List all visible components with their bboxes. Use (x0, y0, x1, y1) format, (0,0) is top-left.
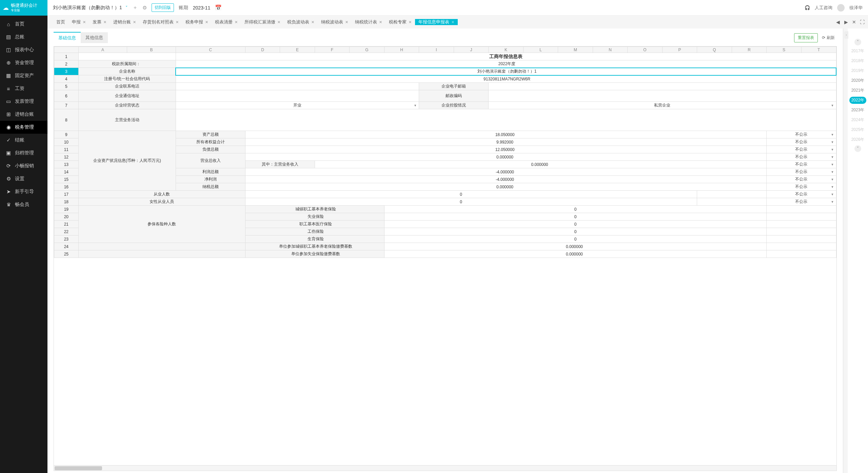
tab-4[interactable]: 存货别名对照表✕ (139, 19, 182, 25)
nav-item-0[interactable]: ⌂首页 (0, 18, 47, 31)
year-2019年: 2019年 (849, 67, 867, 74)
nav-item-7[interactable]: ⊞进销台账 (0, 108, 47, 121)
nav-item-8[interactable]: ◉税务管理 (0, 121, 47, 134)
year-2024年: 2024年 (849, 116, 867, 124)
nav-label: 设置 (15, 176, 24, 182)
year-2022年[interactable]: 2022年 (849, 97, 867, 104)
year-2021年[interactable]: 2021年 (849, 87, 867, 94)
tab-next-button[interactable]: ▶ (842, 19, 850, 25)
nav-item-1[interactable]: ▤总账 (0, 31, 47, 43)
nav-item-14[interactable]: ♛畅会员 (0, 198, 47, 211)
nav-list: ⌂首页▤总账◫报表中心⊕资金管理▦固定资产≡工资▭发票管理⊞进销台账◉税务管理✓… (0, 16, 47, 473)
close-icon[interactable]: ✕ (379, 20, 382, 24)
tab-7[interactable]: 所得税汇算清缴✕ (241, 19, 284, 25)
nav-item-12[interactable]: ⚙设置 (0, 172, 47, 185)
close-icon[interactable]: ✕ (345, 20, 348, 24)
headset-icon: 🎧 (805, 5, 810, 10)
tab-11[interactable]: 税检专家✕ (386, 19, 415, 25)
close-icon[interactable]: ✕ (277, 20, 280, 24)
nav-icon: ♛ (5, 202, 12, 208)
nav-icon: ▤ (5, 34, 12, 40)
nav-item-13[interactable]: ➤新手引导 (0, 185, 47, 198)
support-link[interactable]: 人工咨询 (815, 5, 832, 11)
spreadsheet-grid[interactable]: ABCDEFGHIJKLMNOPQRST1工商年报信息表2税款所属期间：2022… (54, 46, 837, 466)
nav-label: 小畅报销 (15, 163, 34, 169)
tab-9[interactable]: 纳税波动表✕ (318, 19, 352, 25)
tab-6[interactable]: 税表清册✕ (212, 19, 241, 25)
rail-collapse-button[interactable]: › (844, 31, 848, 39)
switch-old-version-button[interactable]: 切到旧版 (152, 3, 174, 12)
close-icon[interactable]: ✕ (103, 20, 106, 24)
nav-item-11[interactable]: ⟳小畅报销 (0, 159, 47, 172)
nav-item-10[interactable]: ▣归档管理 (0, 147, 47, 159)
nav-label: 固定资产 (15, 73, 34, 79)
nav-label: 总账 (15, 34, 24, 40)
settings-icon[interactable]: ⚙ (142, 5, 147, 11)
calendar-icon[interactable]: 📅 (215, 4, 222, 11)
period-value[interactable]: 2023-11 (193, 5, 210, 11)
account-name: 刘小艳演示账套（勿删勿动！）1 (53, 5, 122, 11)
refresh-button[interactable]: ⟳ 刷新 (820, 33, 837, 42)
year-up-button[interactable]: ˄ (854, 39, 861, 45)
nav-item-2[interactable]: ◫报表中心 (0, 43, 47, 56)
nav-label: 首页 (15, 21, 24, 27)
nav-label: 发票管理 (15, 98, 34, 105)
subtab-basic[interactable]: 基础信息 (54, 32, 81, 43)
tab-5[interactable]: 税务申报✕ (182, 19, 212, 25)
year-2017年: 2017年 (849, 48, 867, 55)
year-2023年[interactable]: 2023年 (849, 107, 867, 114)
brand-sub: 专业版 (11, 8, 37, 13)
nav-label: 报表中心 (15, 47, 34, 53)
reset-report-button[interactable]: 重置报表 (794, 33, 818, 42)
nav-item-9[interactable]: ✓结账 (0, 134, 47, 147)
close-icon[interactable]: ✕ (235, 20, 238, 24)
horizontal-scrollbar[interactable] (54, 466, 837, 471)
close-icon[interactable]: ✕ (205, 20, 208, 24)
sheet-header: 基础信息 其他信息 重置报表 ⟳ 刷新 (54, 32, 837, 43)
nav-item-3[interactable]: ⊕资金管理 (0, 56, 47, 69)
chevron-down-icon: ˅ (125, 5, 128, 10)
year-2020年[interactable]: 2020年 (849, 77, 867, 84)
close-icon[interactable]: ✕ (409, 20, 412, 24)
nav-label: 税务管理 (15, 124, 34, 130)
brand-name: 畅捷通好会计 (11, 3, 37, 8)
user-name[interactable]: 徐泽华 (849, 5, 863, 11)
nav-icon: ▣ (5, 150, 12, 156)
close-icon[interactable]: ✕ (311, 20, 314, 24)
add-account-button[interactable]: ＋ (133, 4, 138, 11)
nav-icon: ⚙ (5, 176, 12, 182)
tab-prev-button[interactable]: ◀ (834, 19, 842, 25)
nav-item-5[interactable]: ≡工资 (0, 82, 47, 95)
year-rail: › ˄ 2017年2018年2019年2020年2021年2022年2023年2… (848, 29, 868, 473)
close-icon[interactable]: ✕ (451, 20, 454, 24)
nav-icon: ▦ (5, 73, 12, 79)
close-icon[interactable]: ✕ (133, 20, 136, 24)
close-icon[interactable]: ✕ (176, 20, 179, 24)
nav-item-6[interactable]: ▭发票管理 (0, 95, 47, 108)
tab-2[interactable]: 发票✕ (89, 19, 110, 25)
nav-item-4[interactable]: ▦固定资产 (0, 69, 47, 82)
nav-icon: ◉ (5, 124, 12, 130)
nav-icon: ≡ (5, 86, 12, 92)
tab-10[interactable]: 纳税统计表✕ (352, 19, 386, 25)
nav-icon: ✓ (5, 137, 12, 143)
close-icon[interactable]: ✕ (83, 20, 86, 24)
nav-icon: ▭ (5, 98, 12, 105)
tab-12[interactable]: 年报信息申报表✕ (415, 19, 458, 25)
account-selector[interactable]: 刘小艳演示账套（勿删勿动！）1 ˅ (53, 5, 128, 11)
year-2026年: 2026年 (849, 136, 867, 143)
tab-bar: 首页申报✕发票✕进销台账✕存货别名对照表✕税务申报✕税表清册✕所得税汇算清缴✕税… (47, 16, 868, 29)
tab-3[interactable]: 进销台账✕ (110, 19, 139, 25)
nav-label: 资金管理 (15, 60, 34, 66)
tab-8[interactable]: 税负波动表✕ (284, 19, 318, 25)
tab-1[interactable]: 申报✕ (68, 19, 89, 25)
subtab-other[interactable]: 其他信息 (81, 32, 108, 43)
tab-fullscreen-button[interactable]: ⛶ (859, 19, 866, 25)
avatar[interactable] (837, 4, 845, 12)
tab-0[interactable]: 首页 (53, 19, 68, 25)
vertical-scrollbar[interactable] (843, 29, 848, 473)
year-down-button[interactable]: ˅ (854, 145, 861, 152)
tab-close-all-button[interactable]: ✕ (850, 19, 858, 25)
period-label: 账期 (179, 5, 188, 11)
sidebar: ☁ 畅捷通好会计 专业版 ⌂首页▤总账◫报表中心⊕资金管理▦固定资产≡工资▭发票… (0, 0, 47, 473)
